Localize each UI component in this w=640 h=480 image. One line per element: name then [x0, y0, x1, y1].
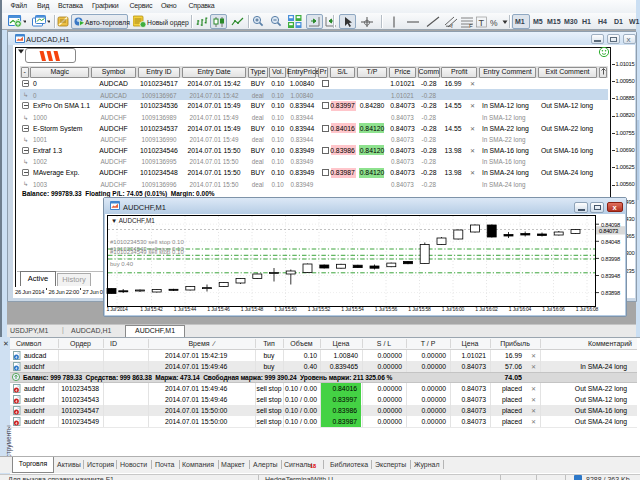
svg-text:%: %: [490, 18, 498, 28]
svg-text:T: T: [479, 18, 485, 28]
svg-text:0.83898: 0.83898: [601, 290, 620, 296]
svg-text:#1010234530 sell stop 0.10: #1010234530 sell stop 0.10: [110, 239, 184, 245]
svg-text:F: F: [469, 23, 473, 28]
svg-text:0.84073: 0.84073: [599, 228, 618, 234]
svg-text:0.83998: 0.83998: [601, 256, 620, 262]
svg-text:#1010234549 sell stop 0.10: #1010234549 sell stop 0.10: [110, 249, 184, 255]
svg-text:0.83948: 0.83948: [601, 273, 620, 279]
svg-text:buy 0.40: buy 0.40: [110, 261, 134, 267]
svg-text:▼ AUDCHF,M1: ▼ AUDCHF,M1: [111, 217, 155, 224]
svg-text:0.84048: 0.84048: [601, 239, 620, 245]
svg-text:0.84098: 0.84098: [601, 222, 620, 228]
